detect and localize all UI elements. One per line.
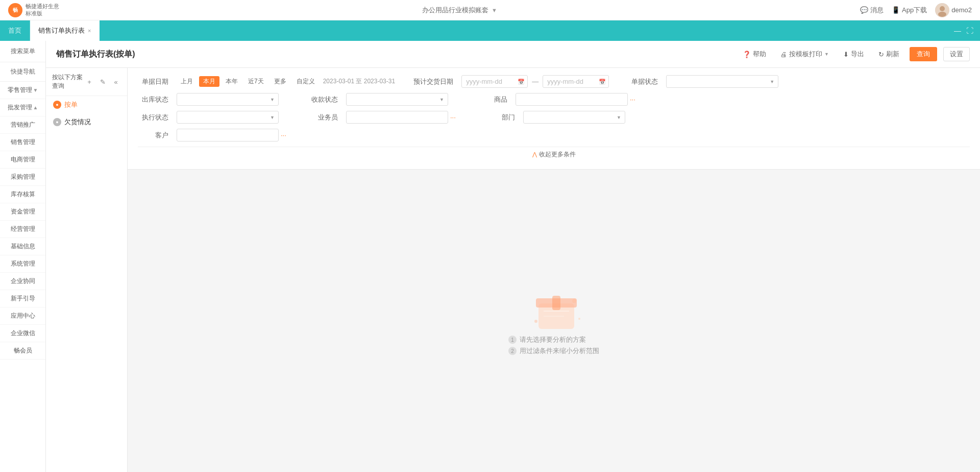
sidebar-item-system[interactable]: 系统管理 — [0, 255, 45, 273]
scheme-item-by-debt[interactable]: ● 欠货情况 — [46, 113, 127, 131]
svg-point-9 — [534, 320, 537, 323]
page-header-actions: ❓ 帮助 🖨 按模板打印 ▼ ⬇ 导出 ↻ 刷新 查询 设置 — [739, 47, 970, 67]
edit-scheme-btn[interactable]: ✎ — [97, 77, 108, 87]
message-btn[interactable]: 💬 消息 — [860, 6, 884, 15]
sidebar-item-basic[interactable]: 基础信息 — [0, 238, 45, 255]
page-header: 销售订单执行表(按单) ❓ 帮助 🖨 按模板打印 ▼ ⬇ 导出 ↻ 刷新 — [46, 41, 980, 68]
date-tab-custom[interactable]: 自定义 — [292, 76, 319, 87]
tab-close-btn[interactable]: × — [88, 28, 91, 34]
date-tabs: 上月 本月 本年 近7天 更多 自定义 — [177, 76, 319, 87]
sidebar-item-enterprise[interactable]: 企业协同 — [0, 273, 45, 290]
message-icon: 💬 — [860, 6, 868, 14]
export-btn[interactable]: ⬇ 导出 — [839, 48, 868, 61]
refresh-btn[interactable]: ↻ 刷新 — [874, 48, 903, 61]
status-control — [666, 75, 778, 88]
sidebar-item-member[interactable]: 畅会员 — [0, 342, 45, 360]
sidebar-item-newbie[interactable]: 新手引导 — [0, 290, 45, 308]
date-tab-last-month[interactable]: 上月 — [177, 76, 197, 87]
date-tabs-control: 上月 本月 本年 近7天 更多 自定义 2023-03-01 至 2023-03… — [177, 76, 395, 87]
status-label: 单据状态 — [627, 77, 658, 86]
payment-select-wrapper — [346, 93, 448, 106]
goods-more-btn[interactable]: ··· — [630, 96, 635, 103]
dept-select[interactable] — [523, 111, 625, 124]
date-tab-this-month[interactable]: 本月 — [199, 76, 219, 87]
sidebar-item-label: 经营管理 — [11, 225, 35, 233]
expected-date-end[interactable] — [543, 75, 609, 88]
sidebar-item-label: 畅会员 — [14, 346, 32, 355]
sidebar-item-inventory[interactable]: 库存核算 — [0, 186, 45, 203]
dropdown-icon[interactable]: ▼ — [492, 7, 497, 13]
date-tab-7days[interactable]: 近7天 — [244, 76, 268, 87]
salesperson-input[interactable] — [346, 111, 448, 124]
print-btn[interactable]: 🖨 按模板打印 ▼ — [776, 48, 833, 61]
tab-home[interactable]: 首页 — [0, 20, 30, 41]
sidebar-item-marketing[interactable]: 营销推广 — [0, 116, 45, 134]
goods-label: 商品 — [477, 95, 507, 104]
collapse-icon: ⋀ — [532, 151, 537, 158]
sidebar-item-operation[interactable]: 经营管理 — [0, 221, 45, 238]
sidebar: 搜索菜单 快捷导航 零售管理 ▼ 批发管理 ▲ 营销推广 销售管理 电商管理 采… — [0, 41, 46, 472]
sidebar-item-label: 企业协同 — [11, 277, 35, 286]
sidebar-item-appstore[interactable]: 应用中心 — [0, 308, 45, 325]
sidebar-item-label: 应用中心 — [11, 312, 35, 320]
logo-text: 畅捷通好生意 标准版 — [26, 3, 59, 16]
scheme-header-label: 按以下方案查询 — [52, 73, 84, 90]
tab-sales-order[interactable]: 销售订单执行表 × — [30, 20, 100, 41]
top-bar-right: 💬 消息 📱 App下载 demo2 — [860, 3, 972, 17]
sidebar-item-label: 企业微信 — [11, 329, 35, 338]
help-btn[interactable]: ❓ 帮助 — [739, 48, 770, 61]
sidebar-item-wechat[interactable]: 企业微信 — [0, 325, 45, 342]
delivery-control — [177, 93, 279, 106]
search-btn[interactable]: 查询 — [910, 47, 937, 61]
svg-point-10 — [578, 318, 580, 320]
search-menu-btn[interactable]: 搜索菜单 — [4, 45, 41, 58]
settings-btn[interactable]: 设置 — [943, 47, 970, 61]
sidebar-item-ecom[interactable]: 电商管理 — [0, 151, 45, 169]
sidebar-item-sales[interactable]: 销售管理 — [0, 134, 45, 151]
sidebar-item-label: 库存核算 — [11, 190, 35, 199]
sidebar-item-label: 基础信息 — [11, 242, 35, 251]
customer-more-btn[interactable]: ··· — [281, 131, 286, 139]
export-icon: ⬇ — [843, 51, 849, 58]
status-select[interactable] — [666, 75, 778, 88]
goods-control: ··· — [516, 93, 635, 106]
sidebar-item-purchase[interactable]: 采购管理 — [0, 169, 45, 186]
left-panel-icons: + ✎ « — [84, 77, 121, 87]
sidebar-item-label: 批发管理 — [8, 103, 32, 112]
execution-select[interactable] — [177, 111, 279, 124]
wholesale-arrow-icon: ▲ — [33, 105, 38, 110]
sidebar-item-wholesale[interactable]: 批发管理 ▲ — [0, 99, 45, 116]
left-panel: 按以下方案查询 + ✎ « ● 按单 ● 欠货情况 — [46, 68, 128, 472]
date-tab-more[interactable]: 更多 — [270, 76, 290, 87]
add-scheme-btn[interactable]: + — [84, 77, 94, 87]
date-tab-this-year[interactable]: 本年 — [222, 76, 242, 87]
empty-illustration — [528, 288, 579, 329]
date-label: 单据日期 — [138, 77, 168, 86]
dept-label: 部门 — [484, 113, 515, 122]
expected-date-control: — — [461, 75, 609, 88]
filter-area: 单据日期 上月 本月 本年 近7天 更多 自定义 2023-03-01 至 20… — [128, 68, 980, 170]
minimize-btn[interactable]: — — [953, 27, 962, 35]
salesperson-more-btn[interactable]: ··· — [450, 113, 456, 121]
quick-nav-btn[interactable]: 快捷导航 — [0, 64, 45, 79]
app-download-btn[interactable]: 📱 App下载 — [892, 6, 927, 15]
execution-control — [177, 111, 279, 124]
maximize-btn[interactable]: ⛶ — [966, 27, 974, 35]
delivery-select[interactable] — [177, 93, 279, 106]
logo-icon: 畅 — [8, 3, 22, 17]
inner-layout: 按以下方案查询 + ✎ « ● 按单 ● 欠货情况 — [46, 68, 980, 472]
expected-date-end-wrapper — [543, 75, 609, 88]
sidebar-item-finance[interactable]: 资金管理 — [0, 203, 45, 221]
user-avatar[interactable]: demo2 — [935, 3, 972, 17]
collapse-panel-btn[interactable]: « — [111, 77, 121, 87]
goods-input[interactable] — [516, 93, 628, 106]
payment-select[interactable] — [346, 93, 448, 106]
expected-date-start[interactable] — [461, 75, 528, 88]
collapse-bar[interactable]: ⋀ 收起更多条件 — [138, 147, 970, 162]
customer-input[interactable] — [177, 129, 279, 141]
sidebar-item-retail[interactable]: 零售管理 ▼ — [0, 82, 45, 99]
scheme-item-by-order[interactable]: ● 按单 — [46, 96, 127, 113]
dept-select-wrapper — [523, 111, 625, 124]
sidebar-item-label: 营销推广 — [11, 121, 35, 129]
scheme-active-icon: ● — [53, 101, 61, 109]
